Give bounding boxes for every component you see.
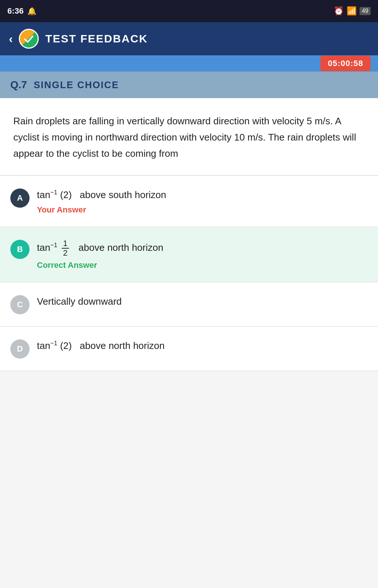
option-b-feedback: Correct Answer	[37, 260, 368, 270]
option-d-circle: D	[10, 339, 30, 359]
option-b-row[interactable]: B tan−1 1 2 above north horizon Correct …	[0, 227, 378, 283]
option-c-text: Vertically downward	[37, 294, 368, 309]
option-a-feedback: Your Answer	[37, 205, 368, 215]
signal-icon: 📶	[347, 6, 357, 16]
checkmark-icon	[23, 33, 34, 44]
header-title: TEST FEEDBACK	[45, 32, 148, 45]
status-bar: 6:36 🔔 ⏰ 📶 49	[0, 0, 378, 22]
question-text: Rain droplets are falling in vertically …	[13, 113, 365, 162]
option-a-circle: A	[10, 188, 30, 208]
option-c-row[interactable]: C Vertically downward	[0, 283, 378, 327]
option-d-content: tan−1 (2) above north horizon	[37, 339, 368, 353]
option-b-circle: B	[10, 240, 30, 259]
timer-badge: 05:00:58	[320, 56, 371, 71]
option-d-row[interactable]: D tan−1 (2) above north horizon	[0, 327, 378, 371]
app-logo	[19, 29, 39, 49]
status-icons: ⏰ 📶 49	[334, 6, 371, 16]
status-time-area: 6:36 🔔	[7, 6, 37, 16]
option-b-text: tan−1 1 2 above north horizon	[37, 239, 368, 257]
option-c-content: Vertically downward	[37, 294, 368, 309]
time-display: 6:36	[7, 6, 24, 16]
option-c-circle: C	[10, 295, 30, 314]
app-header: ‹ TEST FEEDBACK	[0, 22, 378, 55]
question-type: SINGLE CHOICE	[34, 79, 119, 91]
question-body: Rain droplets are falling in vertically …	[0, 98, 378, 176]
option-a-row[interactable]: A tan−1 (2) above south horizon Your Ans…	[0, 176, 378, 227]
battery-display: 49	[360, 7, 371, 15]
question-number: Q.7	[10, 79, 27, 91]
question-header: Q.7 SINGLE CHOICE	[0, 72, 378, 98]
options-container: A tan−1 (2) above south horizon Your Ans…	[0, 176, 378, 371]
back-button[interactable]: ‹	[9, 32, 13, 46]
option-d-text: tan−1 (2) above north horizon	[37, 339, 368, 353]
timer-bar: 05:00:58	[0, 55, 378, 72]
alarm-icon: ⏰	[334, 6, 344, 16]
option-b-content: tan−1 1 2 above north horizon Correct An…	[37, 239, 368, 270]
option-a-content: tan−1 (2) above south horizon Your Answe…	[37, 188, 368, 215]
notification-icon: 🔔	[27, 7, 37, 15]
option-a-text: tan−1 (2) above south horizon	[37, 188, 368, 202]
